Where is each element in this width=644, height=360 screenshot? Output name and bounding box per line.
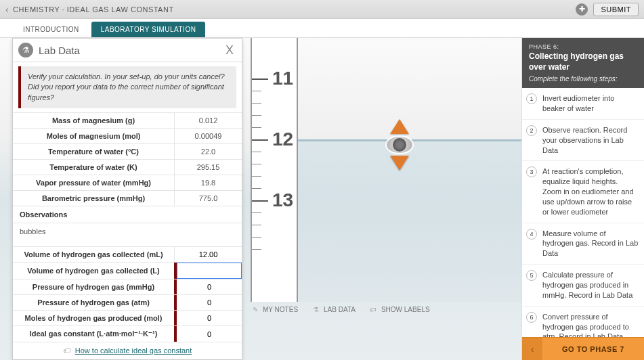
step-number: 4 [526, 229, 537, 240]
data-row: Moles of magnesium (mol)0.00049 [13, 129, 242, 144]
go-to-next-phase-button[interactable]: GO TO PHASE 7 [542, 345, 644, 353]
data-row: Vapor pressure of water (mmHg)19.8 [13, 175, 242, 191]
data-input[interactable] [175, 247, 242, 262]
topbar: ‹ CHEMISTRY · IDEAL GAS LAW CONSTANT ✚ S… [0, 0, 644, 19]
data-input[interactable] [177, 311, 242, 325]
help-link-ideal-gas[interactable]: How to calculate ideal gas constant [75, 346, 192, 355]
input-row: Ideal gas constant (L·atm·mol⁻¹·K⁻¹) [13, 326, 242, 342]
data-label: Vapor pressure of water (mmHg) [13, 175, 174, 190]
data-input[interactable] [177, 263, 242, 279]
data-label: Temperature of water (K) [13, 160, 174, 175]
phase-step[interactable]: 5Calculate pressure of hydrogen gas prod… [522, 265, 644, 307]
input-label: Ideal gas constant (L·atm·mol⁻¹·K⁻¹) [13, 326, 174, 342]
data-label: Mass of magnesium (g) [13, 113, 174, 128]
breadcrumb-text: CHEMISTRY · IDEAL GAS LAW CONSTANT [13, 5, 173, 14]
arrow-down-icon[interactable] [390, 156, 409, 171]
phase-step[interactable]: 3At reaction's completion, equalize liqu… [522, 161, 644, 223]
step-text: Invert eudiometer into beaker of water [542, 93, 639, 114]
tag-icon: 🏷 [63, 346, 70, 355]
my-notes-button[interactable]: ✎ MY NOTES [251, 305, 298, 314]
step-text: At reaction's completion, equalize liqui… [542, 166, 639, 217]
data-row: Temperature of water (°C)22.0 [13, 144, 242, 160]
accessibility-icon[interactable]: ✚ [576, 3, 588, 16]
tab-laboratory-simulation[interactable]: LABORATORY SIMULATION [91, 22, 206, 37]
input-row: Volume of hydrogen gas collected (L) [13, 263, 242, 279]
phase-step[interactable]: 4Measure volume of hydrogen gas. Record … [522, 223, 644, 265]
tag-icon: 🏷 [369, 305, 378, 314]
input-label: Volume of hydrogen gas collected (mL) [13, 247, 174, 262]
data-value: 0.012 [174, 113, 242, 128]
data-value: 22.0 [174, 144, 242, 159]
phase-step[interactable]: 1Invert eudiometer into beaker of water [522, 88, 644, 120]
data-row: Mass of magnesium (g)0.012 [13, 113, 242, 129]
data-row: Barometric pressure (mmHg)775.0 [13, 191, 242, 206]
phase-subtitle: Complete the following steps: [529, 75, 637, 83]
tab-introduction[interactable]: INTRODUCTION [14, 22, 89, 37]
flask-icon: ⚗ [18, 43, 33, 58]
step-number: 6 [526, 312, 537, 323]
eudiometer-height-control [383, 119, 416, 171]
breadcrumb[interactable]: ‹ CHEMISTRY · IDEAL GAS LAW CONSTANT [5, 4, 174, 15]
arrow-up-icon[interactable] [390, 119, 409, 134]
phase-panel: PHASE 6: Collecting hydrogen gas over wa… [521, 38, 644, 360]
ruler-mark: 11 [272, 68, 293, 89]
phase-back-button[interactable]: ‹ [522, 338, 542, 360]
data-row: Temperature of water (K)295.15 [13, 160, 242, 175]
validation-warning: Verify your calculation. In your set-up,… [18, 66, 236, 108]
lab-data-title: Lab Data [39, 45, 223, 56]
show-labels-button[interactable]: 🏷 SHOW LABELS [369, 305, 430, 314]
back-chevron-icon[interactable]: ‹ [5, 4, 9, 15]
submit-button[interactable]: SUBMIT [593, 3, 639, 16]
input-label: Moles of hydrogen gas produced (mol) [13, 311, 174, 325]
step-number: 1 [526, 93, 537, 104]
data-value: 0.00049 [174, 129, 242, 143]
data-input[interactable] [177, 279, 242, 294]
phase-nav: ‹ GO TO PHASE 7 [522, 337, 644, 360]
input-label: Volume of hydrogen gas collected (L) [13, 263, 174, 279]
eye-icon[interactable] [385, 135, 414, 154]
data-label: Barometric pressure (mmHg) [13, 191, 174, 206]
input-label: Pressure of hydrogen gas (atm) [13, 295, 174, 310]
simulation-toolbar: ✎ MY NOTES ⚗ LAB DATA 🏷 SHOW LABELS [251, 305, 430, 314]
step-number: 2 [526, 125, 537, 136]
step-text: Observe reaction. Record your observatio… [542, 125, 639, 156]
ruler-mark: 12 [272, 129, 293, 150]
data-value: 775.0 [174, 191, 242, 206]
input-row: Volume of hydrogen gas collected (mL) [13, 247, 242, 263]
main-area: 11 12 13 ✎ MY NOTES ⚗ LAB DATA 🏷 SHOW LA… [0, 38, 644, 360]
step-text: Convert pressure of hydrogen gas produce… [542, 312, 639, 337]
ruler-mark: 13 [272, 189, 293, 211]
lab-data-panel: ⚗ Lab Data X Verify your calculation. In… [12, 38, 242, 360]
flask-icon: ⚗ [312, 305, 320, 314]
phase-step[interactable]: 6Convert pressure of hydrogen gas produc… [522, 307, 644, 337]
note-icon: ✎ [251, 305, 259, 314]
phase-title: Collecting hydrogen gas over water [529, 51, 637, 72]
tab-bar: INTRODUCTION LABORATORY SIMULATION [0, 19, 644, 38]
data-value: 19.8 [174, 175, 242, 190]
phase-step[interactable]: 2Observe reaction. Record your observati… [522, 120, 644, 162]
step-number: 5 [526, 270, 537, 281]
observations-text[interactable]: bubbles [13, 223, 242, 246]
step-text: Calculate pressure of hydrogen gas produ… [542, 270, 639, 300]
input-row: Moles of hydrogen gas produced (mol) [13, 311, 242, 326]
input-row: Pressure of hydrogen gas (atm) [13, 295, 242, 311]
data-label: Temperature of water (°C) [13, 144, 174, 159]
phase-number: PHASE 6: [529, 43, 637, 50]
phase-header: PHASE 6: Collecting hydrogen gas over wa… [522, 38, 644, 88]
data-input[interactable] [177, 326, 242, 342]
data-label: Moles of magnesium (mol) [13, 129, 174, 143]
close-icon[interactable]: X [223, 43, 236, 58]
data-input[interactable] [177, 295, 242, 310]
observations-heading: Observations [13, 206, 242, 223]
step-number: 3 [526, 166, 537, 177]
lab-data-button[interactable]: ⚗ LAB DATA [312, 305, 356, 314]
input-row: Pressure of hydrogen gas (mmHg) [13, 279, 242, 295]
step-text: Measure volume of hydrogen gas. Record i… [542, 229, 639, 259]
data-value: 295.15 [174, 160, 242, 175]
input-label: Pressure of hydrogen gas (mmHg) [13, 279, 174, 294]
eudiometer-ruler: 11 12 13 [251, 38, 298, 302]
